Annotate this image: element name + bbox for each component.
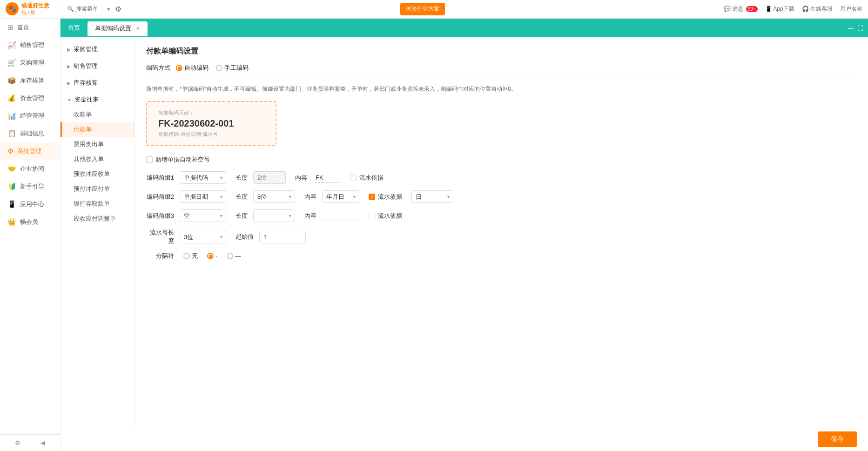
sub-group-inventory-title[interactable]: ▶ 库存核算	[61, 75, 135, 90]
system-icon: ⚙	[7, 147, 13, 155]
sub-group-sales-title[interactable]: ▶ 销售管理	[61, 59, 135, 74]
sub-item-other-income[interactable]: 其他收入单	[61, 152, 135, 167]
sidebar-item-purchase[interactable]: 🛒 采购管理	[0, 54, 60, 72]
start-value-label: 起始值	[236, 233, 254, 241]
message-area[interactable]: 💬 消息 99+	[724, 5, 758, 13]
sub-group-purchase-title[interactable]: ▶ 采购管理	[61, 42, 135, 57]
sidebar-label-home: 首页	[17, 23, 29, 32]
sidebar-settings-icon[interactable]: ⚙	[15, 439, 20, 446]
sidebar-item-inventory[interactable]: 📦 库存核算	[0, 72, 60, 89]
sub-item-payment[interactable]: 付款单	[61, 122, 135, 137]
stream2-checkbox-box: ✓	[369, 194, 375, 200]
headset-icon: 🎧	[802, 6, 809, 12]
separator-dot-radio[interactable]: ·	[207, 253, 217, 260]
chevron-down-icon: ▼	[67, 97, 72, 102]
tab-home[interactable]: 首页	[61, 20, 87, 36]
stream2-period-wrapper: 日	[411, 190, 453, 203]
sub-sidebar: ▶ 采购管理 ▶ 销售管理 ▶ 库存核算 ▼ 资金往来 收款单	[61, 37, 135, 451]
stream3-checkbox[interactable]: 流水依据	[369, 212, 402, 220]
tab-maximize-icon[interactable]: ⛶	[857, 25, 863, 32]
top-bar-right: 💬 消息 99+ 📱 App下载 🎧 在线客服 用户名称	[724, 5, 862, 13]
sub-item-bank[interactable]: 银行存取款单	[61, 196, 135, 211]
auto-fill-checkbox[interactable]: 新增单据自动补空号	[146, 155, 857, 164]
trial-button[interactable]: 体验行业方案	[400, 3, 445, 15]
dropdown-arrow[interactable]: ▾	[107, 6, 110, 13]
prefix3-select-wrapper: 空	[180, 209, 226, 222]
sidebar-item-apps[interactable]: 📱 应用中心	[0, 195, 60, 213]
separator-row: 分隔符 无 · —	[146, 252, 857, 260]
search-menu[interactable]: 🔍 搜索菜单	[63, 3, 102, 15]
online-service[interactable]: 🎧 在线客服	[802, 5, 833, 13]
sub-item-pre-pay[interactable]: 预付冲应付单	[61, 182, 135, 196]
content3-label: 内容	[304, 212, 316, 220]
content1-label: 内容	[295, 174, 307, 182]
sidebar-item-enterprise[interactable]: 🤝 企业协同	[0, 160, 60, 178]
app-download[interactable]: 📱 App下载	[765, 5, 794, 13]
user-name[interactable]: 用户名称	[840, 5, 862, 13]
tab-minimize-icon[interactable]: —	[848, 25, 854, 32]
serial-length-select-wrapper: 3位	[180, 231, 226, 243]
sidebar-item-guide[interactable]: 🔰 新手引导	[0, 178, 60, 195]
length2-select[interactable]: 8位	[253, 190, 295, 203]
prefix1-label: 编码前缀1	[146, 174, 174, 182]
serial-length-select[interactable]: 3位	[180, 231, 226, 243]
sidebar-label-apps: 应用中心	[20, 200, 44, 209]
prefix3-select[interactable]: 空	[180, 209, 226, 222]
guide-icon: 🔰	[7, 182, 16, 191]
length3-label: 长度	[236, 212, 248, 220]
operation-icon: 📊	[7, 112, 16, 120]
stream1-checkbox[interactable]: 流水依据	[350, 174, 384, 182]
save-button[interactable]: 保存	[818, 431, 857, 447]
sidebar-item-basic[interactable]: 📋 基础信息	[0, 125, 60, 142]
message-icon: 💬	[724, 6, 731, 12]
sidebar-bottom: ⚙ ◀	[0, 434, 60, 451]
manual-encoding-radio[interactable]: 手工编码	[216, 64, 249, 72]
settings-icon[interactable]: ⚙	[115, 5, 121, 13]
sub-item-pre-receive[interactable]: 预收冲应收单	[61, 167, 135, 182]
stream2-period-select[interactable]: 日	[411, 190, 453, 203]
sub-group-purchase: ▶ 采购管理	[61, 42, 135, 57]
sub-item-adjust[interactable]: 应收应付调整单	[61, 211, 135, 226]
separator-none-radio[interactable]: 无	[183, 252, 198, 260]
auto-encoding-radio[interactable]: 自动编码	[176, 64, 209, 72]
sidebar-item-finance[interactable]: 💰 资金管理	[0, 89, 60, 107]
chevron-right-icon-3: ▶	[67, 81, 71, 86]
sub-group-capital-title[interactable]: ▼ 资金往来	[61, 92, 135, 107]
sidebar-label-guide: 新手引导	[20, 182, 44, 191]
sidebar-collapse-icon[interactable]: ◀	[40, 439, 45, 446]
sidebar-item-member[interactable]: 👑 畅会员	[0, 213, 60, 231]
sidebar-item-system[interactable]: ⚙ 系统管理	[0, 142, 60, 160]
content2-select-wrapper: 年月日	[322, 190, 359, 203]
sidebar-item-sales[interactable]: 📈 销售管理	[0, 36, 60, 54]
prefix3-label: 编码前缀3	[146, 212, 174, 220]
code-preview-value: FK-20230602-001	[158, 118, 264, 129]
content2-select[interactable]: 年月日	[322, 190, 359, 203]
prefix2-select[interactable]: 单据日期	[180, 190, 226, 203]
sidebar-item-home[interactable]: ⊞ 首页	[0, 19, 60, 36]
tab-doc-code[interactable]: 单据编码设置 ✕	[87, 21, 148, 36]
separator-label: 分隔符	[146, 252, 174, 260]
finance-icon: 💰	[7, 94, 16, 102]
content1-input[interactable]	[313, 173, 341, 183]
sidebar-item-operation[interactable]: 📊 经营管理	[0, 107, 60, 125]
sub-item-expense[interactable]: 费用支出单	[61, 137, 135, 152]
length3-select-wrapper	[253, 209, 295, 222]
sub-group-sales: ▶ 销售管理	[61, 59, 135, 74]
code-preview-sub: 单据代码-单据日期-流水号	[158, 131, 264, 138]
tab-close-icon[interactable]: ✕	[136, 26, 140, 32]
sub-item-receipt[interactable]: 收款单	[61, 107, 135, 122]
stream2-checkbox[interactable]: ✓ 流水依据	[369, 193, 402, 201]
stream1-checkbox-box	[350, 175, 357, 181]
start-value-input[interactable]	[259, 231, 306, 243]
sidebar-label-inventory: 库存核算	[20, 76, 44, 85]
content3-input[interactable]	[322, 211, 359, 221]
form-row-prefix3: 编码前缀3 空 长度 内容 流水依据	[146, 209, 857, 222]
length3-select[interactable]	[253, 209, 295, 222]
length2-label: 长度	[236, 193, 248, 201]
prefix1-select[interactable]: 单据代码	[180, 171, 226, 184]
length1-input[interactable]	[253, 171, 286, 184]
separator-dash-radio[interactable]: —	[227, 253, 241, 260]
top-bar: 🐾 畅通好生意 拓点版 🔍 搜索菜单 ▾ ⚙ 体验行业方案 💬 消息 99+ 📱…	[0, 0, 868, 19]
brand-name: 畅通好生意 拓点版	[21, 2, 49, 15]
enterprise-icon: 🤝	[7, 165, 16, 173]
